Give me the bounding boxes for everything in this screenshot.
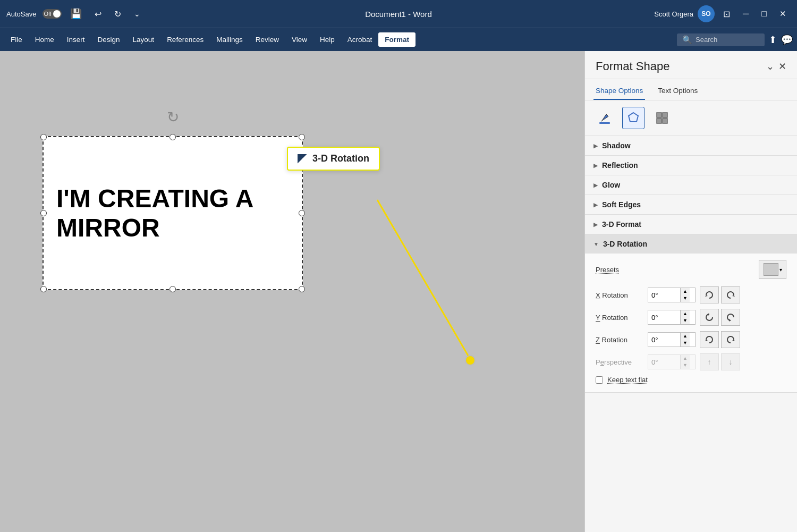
menu-acrobat[interactable]: Acrobat [341, 32, 379, 47]
3d-rotation-arrow-icon: ▼ [593, 241, 599, 247]
x-rotation-spin-up[interactable]: ▲ [681, 288, 690, 295]
y-rotate-down-btn[interactable] [721, 309, 740, 326]
x-rotation-input-wrap[interactable]: ▲ ▼ [648, 288, 696, 302]
section-3d-format-header[interactable]: ▶ 3-D Format [585, 215, 797, 234]
svg-rect-4 [657, 113, 662, 117]
keep-text-row: Keep text flat [596, 376, 786, 384]
keep-text-flat-checkbox[interactable] [596, 376, 603, 384]
y-rotate-up-btn[interactable] [700, 309, 719, 326]
text-box-container[interactable]: ↻ I'M CREATING A MIRROR [43, 136, 303, 290]
perspective-input[interactable] [648, 356, 680, 368]
svg-marker-9 [732, 295, 735, 297]
y-rotation-spin[interactable]: ▲ ▼ [680, 310, 690, 324]
effects-icon-btn[interactable] [622, 107, 645, 129]
handle-mid-left[interactable] [40, 210, 47, 216]
menu-design[interactable]: Design [91, 32, 126, 47]
y-rotation-row: Y Rotation ▲ ▼ [596, 309, 786, 326]
z-rotation-spin[interactable]: ▲ ▼ [680, 333, 690, 347]
x-rotate-right-btn[interactable] [721, 286, 740, 303]
x-rotation-spin[interactable]: ▲ ▼ [680, 288, 690, 302]
search-input[interactable] [696, 36, 759, 44]
layout-icon-btn[interactable] [651, 107, 673, 129]
menu-bar: File Home Insert Design Layout Reference… [0, 28, 797, 51]
section-glow: ▶ Glow [585, 175, 797, 195]
section-reflection-header[interactable]: ▶ Reflection [585, 156, 797, 175]
save-button[interactable]: 💾 [66, 6, 86, 22]
handle-top-right[interactable] [299, 134, 305, 140]
menu-view[interactable]: View [285, 32, 313, 47]
search-box[interactable]: 🔍 [677, 33, 765, 46]
section-soft-edges-header[interactable]: ▶ Soft Edges [585, 195, 797, 214]
user-avatar[interactable]: SO [698, 5, 715, 22]
document-area[interactable]: ↻ I'M CREATING A MIRROR 3-D Rotation [0, 51, 584, 532]
section-3d-rotation-header[interactable]: ▼ 3-D Rotation [585, 234, 797, 254]
z-rotation-spin-down[interactable]: ▼ [681, 340, 690, 347]
y-rotation-input-wrap[interactable]: ▲ ▼ [648, 310, 696, 325]
text-box[interactable]: I'M CREATING A MIRROR [43, 136, 303, 290]
restore-button[interactable]: ⊡ [719, 7, 734, 21]
y-rotation-input[interactable] [648, 311, 680, 324]
menu-review[interactable]: Review [249, 32, 285, 47]
z-rotate-ccw-btn[interactable] [700, 331, 719, 348]
menu-references[interactable]: References [160, 32, 210, 47]
handle-mid-right[interactable] [299, 210, 305, 216]
menu-layout[interactable]: Layout [126, 32, 161, 47]
section-3d-rotation: ▼ 3-D Rotation Presets ▾ X Rotation [585, 234, 797, 393]
x-rotation-icon-btns [700, 286, 740, 303]
perspective-up-btn[interactable]: ↑ [700, 353, 719, 370]
minimize-button[interactable]: ─ [739, 7, 753, 21]
perspective-spin-down[interactable]: ▼ [681, 362, 690, 369]
share-icon[interactable]: ⬆ [769, 34, 777, 46]
y-rotation-spin-down[interactable]: ▼ [681, 317, 690, 324]
rotation-handle[interactable]: ↻ [167, 108, 179, 126]
comments-icon[interactable]: 💬 [781, 34, 793, 46]
reflection-arrow-icon: ▶ [593, 163, 598, 168]
panel-header: Format Shape ⌄ ✕ [585, 51, 797, 79]
menu-format[interactable]: Format [378, 32, 416, 47]
panel-collapse-button[interactable]: ⌄ [766, 61, 774, 72]
tab-shape-options[interactable]: Shape Options [593, 83, 645, 100]
glow-label: Glow [602, 181, 620, 189]
x-rotation-input[interactable] [648, 289, 680, 301]
tab-text-options[interactable]: Text Options [656, 83, 700, 100]
maximize-button[interactable]: □ [757, 7, 771, 21]
z-rotation-input-wrap[interactable]: ▲ ▼ [648, 332, 696, 347]
toggle-state-label: Off [44, 11, 51, 17]
perspective-spin-up[interactable]: ▲ [681, 355, 690, 362]
undo-button[interactable]: ↩ [90, 7, 106, 21]
autosave-toggle[interactable]: Off [43, 9, 62, 19]
panel-close-button[interactable]: ✕ [778, 61, 786, 72]
close-window-button[interactable]: ✕ [775, 7, 791, 21]
handle-bot-right[interactable] [299, 286, 305, 292]
customize-button[interactable]: ⌄ [130, 7, 145, 20]
soft-edges-label: Soft Edges [602, 200, 641, 209]
presets-button[interactable]: ▾ [759, 260, 786, 279]
section-shadow-header[interactable]: ▶ Shadow [585, 136, 797, 155]
menu-insert[interactable]: Insert [61, 32, 91, 47]
menu-help[interactable]: Help [313, 32, 341, 47]
z-rotate-cw-btn[interactable] [721, 331, 740, 348]
menu-mailings[interactable]: Mailings [210, 32, 249, 47]
y-rotation-spin-up[interactable]: ▲ [681, 310, 690, 317]
handle-bot-left[interactable] [40, 286, 47, 292]
x-rotation-spin-down[interactable]: ▼ [681, 295, 690, 302]
menu-home[interactable]: Home [29, 32, 61, 47]
svg-rect-5 [663, 113, 667, 117]
section-glow-header[interactable]: ▶ Glow [585, 175, 797, 195]
svg-point-1 [465, 356, 475, 365]
fill-line-icon-btn[interactable] [593, 107, 616, 129]
redo-button[interactable]: ↻ [110, 7, 125, 21]
perspective-spin[interactable]: ▲ ▼ [680, 355, 690, 369]
z-rotation-label: Z Rotation [596, 336, 643, 344]
perspective-down-btn[interactable]: ↓ [721, 353, 740, 370]
soft-edges-arrow-icon: ▶ [593, 202, 598, 208]
menu-file[interactable]: File [4, 32, 29, 47]
x-rotate-left-btn[interactable] [700, 286, 719, 303]
z-rotation-input[interactable] [648, 334, 680, 346]
y-rotation-label: Y Rotation [596, 314, 643, 322]
handle-bot-mid[interactable] [169, 286, 176, 292]
handle-top-mid[interactable] [169, 134, 176, 140]
handle-top-left[interactable] [40, 134, 47, 140]
perspective-input-wrap[interactable]: ▲ ▼ [648, 354, 696, 369]
z-rotation-spin-up[interactable]: ▲ [681, 333, 690, 340]
